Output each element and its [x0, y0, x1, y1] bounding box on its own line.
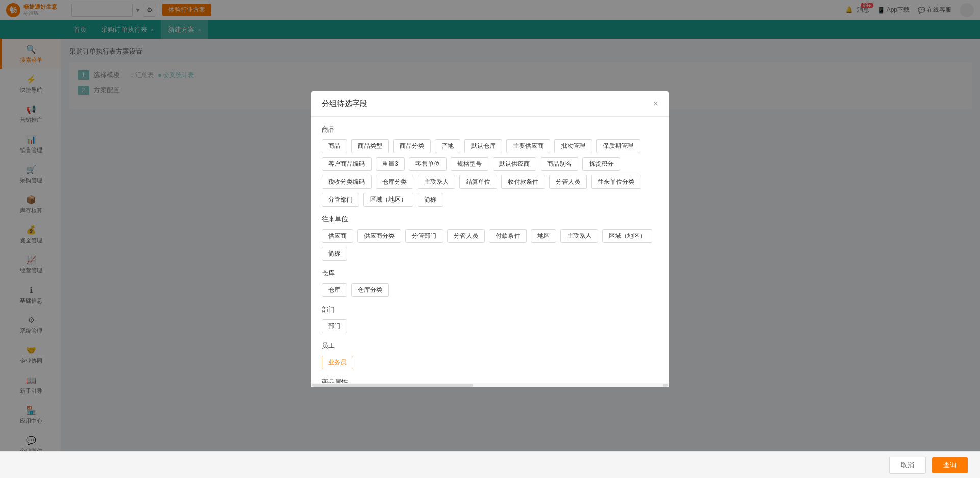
modal-close-button[interactable]: × [653, 98, 658, 109]
modal-header: 分组待选字段 × [311, 91, 669, 117]
modal-body: 商品 商品 商品类型 商品分类 产地 默认仓库 主要供应商 批次管理 保质期管理… [311, 117, 669, 118]
modal-overlay: 分组待选字段 × 商品 商品 商品类型 商品分类 产地 默认仓库 主要供应商 批… [0, 0, 980, 117]
modal-dialog: 分组待选字段 × 商品 商品 商品类型 商品分类 产地 默认仓库 主要供应商 批… [311, 91, 669, 118]
modal-title: 分组待选字段 [322, 99, 368, 109]
